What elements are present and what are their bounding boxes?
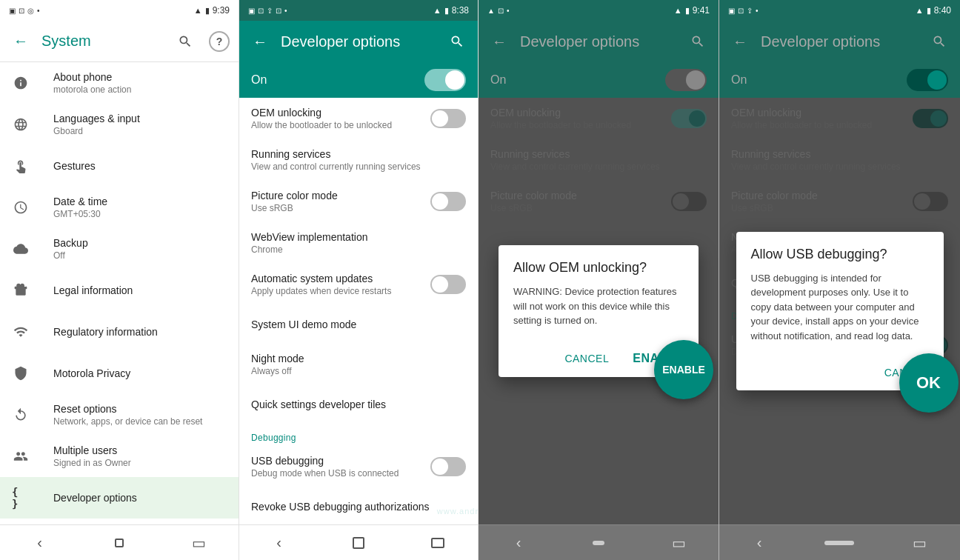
backup-title: Backup [53,237,227,249]
dev-item-oem[interactable]: OEM unlocking Allow the bootloader to be… [239,98,478,139]
dev-item-revoke[interactable]: Revoke USB debugging authorizations [239,487,478,524]
notif-icon-21: ▣ [248,7,255,15]
nav-back-3[interactable]: ‹ [496,528,541,558]
sidebar-item-system-updates[interactable]: System updates Updated to Android 9 [0,519,239,524]
search-button-3[interactable] [683,27,713,56]
oem-cancel-button[interactable]: Cancel [556,346,618,371]
system-icons-2: ▲ ▮ 8:38 [433,5,469,16]
dev-item-webview[interactable]: WebView implementation Chrome [239,222,478,264]
search-button-1[interactable] [170,27,200,56]
developer-toggle-3[interactable] [665,69,707,91]
dev-item-quicksettings[interactable]: Quick settings developer tiles [239,385,478,424]
nav-recents-4[interactable]: ▭ [898,528,942,558]
nav-recents-button-1[interactable]: ▭ [176,528,221,558]
dev-item-running[interactable]: Running services View and control curren… [239,139,478,181]
about-phone-icon [12,74,30,92]
webview-subtitle-2: Chrome [251,244,466,255]
sidebar-item-regulatory[interactable]: Regulatory information [0,311,239,353]
developer-settings-list-2: OEM unlocking Allow the bootloader to be… [239,98,478,524]
help-button[interactable]: ? [209,31,230,52]
dev-item-systemui[interactable]: System UI demo mode [239,305,478,344]
running-title-2: Running services [251,148,466,160]
developer-toggle-4[interactable] [907,69,948,91]
autoupdates-subtitle-2: Apply updates when device restarts [251,286,391,296]
night-title-2: Night mode [251,353,466,364]
back-button-3[interactable]: ← [484,27,514,56]
regulatory-icon [12,323,30,341]
sidebar-item-legal[interactable]: Legal information [0,270,239,311]
dev-item-autoupdates[interactable]: Automatic system updates Apply updates w… [239,264,478,305]
notification-icons-2: ▣ ⊡ ⇪ ⊡ • [248,7,287,15]
developer-toggle-2[interactable] [424,69,466,91]
wifi-icon-3: ▲ [674,6,682,15]
gestures-content: Gestures [53,160,227,172]
dev-item-night[interactable]: Night mode Always off [239,344,478,385]
dev-item-picture-row: Picture color mode Use sRGB [251,190,466,213]
nav-home-3[interactable] [576,528,621,558]
reset-title: Reset options [53,403,227,415]
usb-ok-circle[interactable]: OK [899,353,959,413]
nav-home-4[interactable] [817,528,861,558]
dev-item-usb[interactable]: USB debugging Debug mode when USB is con… [239,446,478,487]
dev-appbar-3: ← Developer options [479,21,719,62]
sidebar-item-developer[interactable]: { } Developer options [0,477,239,519]
on-row-4: On [719,62,960,98]
dev-appbar-2: ← Developer options [239,21,478,62]
sidebar-item-motorola-privacy[interactable]: Motorola Privacy [0,353,239,394]
multiple-users-title: Multiple users [53,444,227,456]
developer-options-panel: ▣ ⊡ ⇪ ⊡ • ▲ ▮ 8:38 ← Developer options O… [239,0,479,560]
nav-home-shape [115,539,124,547]
dev-item-autoupdates-row: Automatic system updates Apply updates w… [251,273,466,296]
back-button-2[interactable]: ← [245,27,275,56]
nav-home-2[interactable] [336,528,381,558]
usb-toggle-2[interactable] [430,457,466,476]
dev-item-picture[interactable]: Picture color mode Use sRGB [239,181,478,222]
legal-title: Legal information [53,284,227,296]
developer-content: Developer options [53,492,227,504]
about-phone-title: About phone [53,71,227,83]
backup-content: Backup Off [53,237,227,261]
about-phone-subtitle: motorola one action [53,84,227,95]
nav-recents-2[interactable] [416,528,460,558]
nav-recents-3[interactable]: ▭ [656,528,701,558]
legal-content: Legal information [53,284,227,296]
status-time-3: 9:41 [693,5,710,16]
nav-back-button-1[interactable]: ‹ [18,528,62,558]
sidebar-item-gestures[interactable]: Gestures [0,145,239,187]
notification-icons: ▣ ⊡ ◎ • [9,7,40,15]
search-button-4[interactable] [924,27,954,56]
autoupdates-toggle-2[interactable] [430,275,466,294]
back-button-1[interactable]: ← [6,27,36,56]
search-button-2[interactable] [442,27,472,56]
status-bar-1: ▣ ⊡ ◎ • ▲ ▮ 9:39 [0,0,239,21]
sidebar-item-reset[interactable]: Reset options Network, apps, or device c… [0,394,239,436]
datetime-subtitle: GMT+05:30 [53,209,227,219]
dev-item-oem-content: OEM unlocking Allow the bootloader to be… [251,107,392,130]
nav-home-button-1[interactable] [97,528,141,558]
notification-icons-3: ▲ ⊡ • [487,7,509,15]
sidebar-item-multiple-users[interactable]: Multiple users Signed in as Owner [0,436,239,477]
system-title: System [41,33,164,50]
backup-subtitle: Off [53,250,227,261]
usb-dialog-body: USB debugging is intended for developmen… [736,271,944,356]
oem-enable-circle[interactable]: Enable [654,340,713,399]
dev-item-autoupdates-content: Automatic system updates Apply updates w… [251,273,391,296]
developer-icon: { } [12,489,30,507]
oem-toggle-2[interactable] [430,109,466,128]
sidebar-item-datetime[interactable]: Date & time GMT+05:30 [0,187,239,228]
sidebar-item-languages[interactable]: Languages & input Gboard [0,104,239,145]
system-icons-4: ▲ ▮ 8:40 [916,5,951,16]
picture-toggle-2[interactable] [430,192,466,211]
sidebar-item-backup[interactable]: Backup Off [0,228,239,270]
languages-subtitle: Gboard [53,126,227,136]
reset-subtitle: Network, apps, or device can be reset [53,416,227,427]
back-button-4[interactable]: ← [725,27,755,56]
nav-back-4[interactable]: ‹ [737,528,781,558]
dev-item-usb-content: USB debugging Debug mode when USB is con… [251,455,399,479]
nav-pill-3 [593,541,604,545]
nav-back-2[interactable]: ‹ [257,528,301,558]
sidebar-item-about-phone[interactable]: About phone motorola one action [0,62,239,104]
on-label-3: On [490,73,506,87]
languages-title: Languages & input [53,113,227,124]
dev-item-oem-row: OEM unlocking Allow the bootloader to be… [251,107,466,130]
